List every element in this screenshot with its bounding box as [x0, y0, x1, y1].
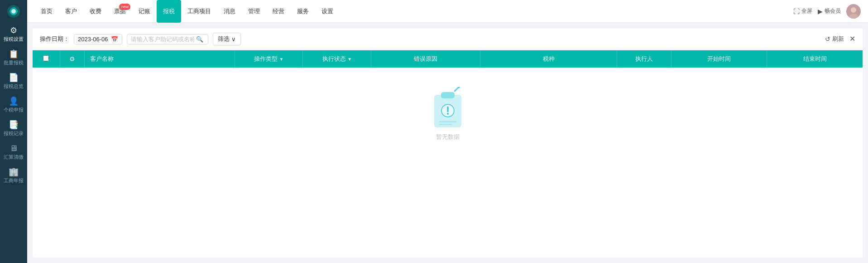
search-input[interactable]: [131, 36, 194, 43]
sidebar-item-huisuan-jiaona[interactable]: 🖥 汇算清缴: [0, 141, 27, 164]
nav-invoice[interactable]: 票据 new: [108, 0, 132, 23]
th-tax-type: 税种: [480, 50, 617, 68]
huisuan-jiaona-icon: 🖥: [10, 144, 18, 152]
gear-icon: ⚙: [69, 55, 75, 63]
sidebar-item-baoshui-shezhi[interactable]: ⚙ 报税设置: [0, 23, 27, 46]
svg-rect-13: [439, 121, 456, 122]
th-end-time: 结束时间: [767, 50, 863, 68]
topnav: 首页 客户 收费 票据 new 记账 报税 工商项目 消息 管理 经营 服务 设…: [27, 0, 868, 23]
topnav-right: ⛶ 全屏 ▶ 畅会员: [793, 4, 861, 19]
baoshui-zonglam-icon: 📄: [9, 73, 19, 82]
nav-operation[interactable]: 经营: [266, 0, 291, 23]
th-start-time: 开始时间: [671, 50, 767, 68]
nav-service[interactable]: 服务: [291, 0, 315, 23]
nav-settings[interactable]: 设置: [315, 0, 340, 23]
th-executor: 执行人: [617, 50, 671, 68]
nav-home[interactable]: 首页: [34, 0, 59, 23]
baoshui-jilu-icon: 📑: [9, 121, 19, 129]
avatar[interactable]: [846, 4, 861, 19]
member-button[interactable]: ▶ 畅会员: [818, 7, 841, 15]
nav-business[interactable]: 工商项目: [181, 0, 217, 23]
select-all-checkbox[interactable]: [43, 55, 49, 61]
sidebar-logo: [0, 0, 27, 23]
member-icon: ▶: [818, 8, 823, 15]
baoshui-shezhi-icon: ⚙: [10, 26, 17, 34]
th-check[interactable]: [33, 50, 60, 68]
sidebar-item-gongshang-nianbao[interactable]: 🏢 工商年报: [0, 164, 27, 188]
data-table: ⚙ 客户名称 操作类型 ▼ 执行状态 ▼: [33, 50, 863, 68]
nav-invoice-badge: new: [119, 4, 130, 10]
refresh-button[interactable]: ↺ 刷新: [825, 35, 844, 43]
th-client: 客户名称: [85, 50, 235, 68]
calendar-icon: 📅: [111, 36, 118, 43]
refresh-icon: ↺: [825, 35, 830, 43]
svg-point-1: [11, 9, 16, 14]
close-button[interactable]: ✕: [849, 35, 855, 43]
main-area: 首页 客户 收费 票据 new 记账 报税 工商项目 消息 管理 经营 服务 设…: [27, 0, 868, 263]
fullscreen-button[interactable]: ⛶ 全屏: [793, 7, 812, 15]
search-icon: 🔍: [196, 36, 203, 43]
panel: 操作日期： 2023-06-06 📅 🔍 筛选 ∨ ↺ 刷新: [33, 28, 863, 258]
th-error: 错误原因: [371, 50, 480, 68]
nav-manage[interactable]: 管理: [242, 0, 266, 23]
search-box[interactable]: 🔍: [127, 34, 208, 44]
th-op-type: 操作类型 ▼: [235, 50, 303, 68]
empty-illustration: [427, 86, 468, 131]
gongshang-nianbao-icon: 🏢: [9, 168, 19, 176]
nav-accounting[interactable]: 记账: [132, 0, 157, 23]
toolbar: 操作日期： 2023-06-06 📅 🔍 筛选 ∨ ↺ 刷新: [33, 28, 863, 50]
th-gear[interactable]: ⚙: [60, 50, 84, 68]
nav-client[interactable]: 客户: [59, 0, 83, 23]
table-wrap: ⚙ 客户名称 操作类型 ▼ 执行状态 ▼: [33, 50, 863, 258]
piliang-baoshui-icon: 📋: [9, 50, 19, 58]
empty-state: 暂无数据: [33, 68, 863, 159]
svg-rect-14: [439, 124, 452, 125]
sidebar-item-piliang-baoshui[interactable]: 📋 批量报税: [0, 46, 27, 70]
sidebar-item-baoshui-jilu[interactable]: 📑 报税记录: [0, 117, 27, 141]
geshui-shenbao-icon: 👤: [9, 97, 19, 105]
op-type-sort-icon[interactable]: ▼: [279, 57, 283, 62]
svg-point-12: [447, 113, 449, 115]
svg-line-7: [455, 88, 458, 91]
date-input[interactable]: 2023-06-06 📅: [74, 34, 122, 44]
status-sort-icon[interactable]: ▼: [347, 57, 352, 62]
sidebar-item-baoshui-zonglam[interactable]: 📄 报税总览: [0, 70, 27, 93]
nav-message[interactable]: 消息: [217, 0, 242, 23]
empty-text: 暂无数据: [436, 133, 460, 141]
filter-button[interactable]: 筛选 ∨: [213, 33, 241, 45]
svg-rect-6: [441, 92, 455, 98]
sidebar-item-geshui-shenbao[interactable]: 👤 个税申报: [0, 93, 27, 117]
fullscreen-icon: ⛶: [793, 8, 800, 15]
date-label: 操作日期：: [40, 35, 69, 43]
content: 操作日期： 2023-06-06 📅 🔍 筛选 ∨ ↺ 刷新: [27, 23, 868, 263]
sidebar: ⚙ 报税设置 📋 批量报税 📄 报税总览 👤 个税申报 📑 报税记录 🖥 汇算清…: [0, 0, 27, 263]
chevron-down-icon: ∨: [231, 36, 236, 43]
th-status: 执行状态 ▼: [303, 50, 371, 68]
nav-billing[interactable]: 收费: [83, 0, 108, 23]
toolbar-right: ↺ 刷新 ✕: [825, 35, 855, 43]
svg-point-3: [851, 7, 856, 13]
nav-tax[interactable]: 报税: [157, 0, 181, 23]
